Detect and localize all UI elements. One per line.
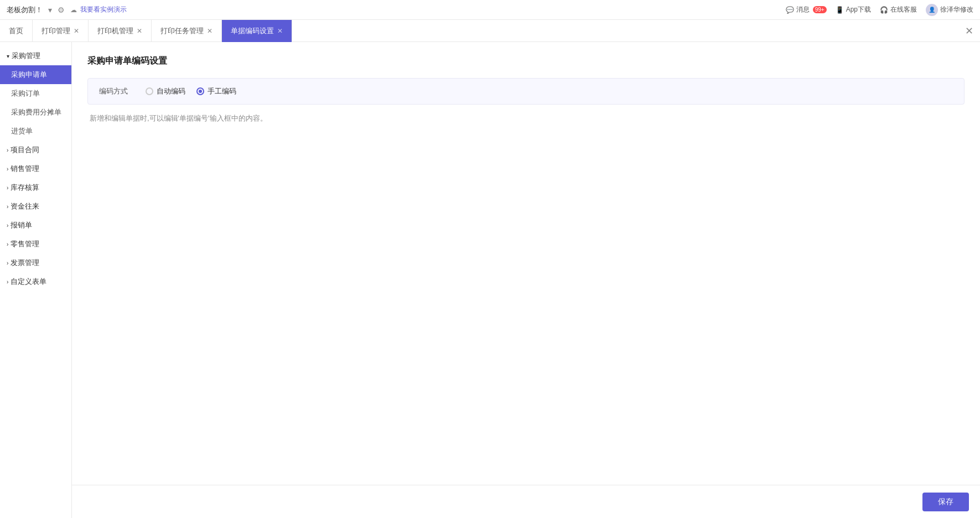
sidebar-group-label-invoice-mgmt: 发票管理 [11, 258, 39, 268]
radio-label-manual: 手工编码 [208, 86, 236, 96]
tab-print-mgmt-close[interactable]: ✕ [74, 27, 79, 35]
sidebar-item-purchase-order[interactable]: 采购订单 [0, 84, 71, 103]
sidebar-group-label-funds: 资金往来 [11, 201, 39, 211]
page-title: 采购申请单编码设置 [87, 55, 965, 67]
sidebar-item-label-purchase-expense: 采购费用分摊单 [11, 107, 61, 117]
sidebar-group-label-retail-mgmt: 零售管理 [11, 239, 39, 249]
arrow-right-icon-retail: › [7, 241, 8, 247]
hint-text: 新增和编辑单据时,可以编辑'单据编号'输入框中的内容。 [87, 113, 965, 123]
arrow-right-icon-invoice: › [7, 260, 8, 266]
sidebar-item-label-purchase-order: 采购订单 [11, 89, 40, 99]
sidebar-group-header-purchase-mgmt[interactable]: ▾ 采购管理 [0, 46, 71, 65]
sidebar: ▾ 采购管理 采购申请单 采购订单 采购费用分摊单 进货单 › 项目合同 [0, 42, 72, 518]
sidebar-item-purchase-request[interactable]: 采购申请单 [0, 65, 71, 84]
sidebar-item-label-stock-in: 进货单 [11, 126, 33, 136]
tab-print-task-mgmt-label: 打印任务管理 [160, 26, 204, 36]
sidebar-group-invoice-mgmt: › 发票管理 [0, 253, 71, 272]
sidebar-group-custom-forms: › 自定义表单 [0, 272, 71, 291]
app-download-item[interactable]: 📱 App下载 [836, 5, 871, 14]
message-item[interactable]: 💬 消息 99+ [786, 5, 827, 14]
phone-icon: 📱 [836, 6, 844, 14]
radio-circle-manual [196, 87, 204, 95]
gear-icon[interactable]: ⚙ [58, 6, 65, 14]
user-item[interactable]: 👤 徐泽华修改 [926, 4, 973, 16]
tab-print-task-mgmt[interactable]: 打印任务管理 ✕ [152, 20, 222, 42]
sidebar-group-label-project-contract: 项目合同 [11, 145, 39, 155]
tab-home-label: 首页 [9, 26, 23, 36]
tab-bar-close-all[interactable]: ✕ [958, 20, 980, 42]
encoding-section: 编码方式 自动编码 手工编码 [87, 78, 965, 105]
app-title: 老板勿割！ [7, 5, 43, 15]
message-label: 消息 [796, 5, 810, 14]
sidebar-group-label-purchase-mgmt: 采购管理 [12, 51, 40, 61]
app-download-label: App下载 [846, 5, 871, 14]
arrow-right-icon-funds: › [7, 204, 8, 210]
sidebar-group-header-sales-mgmt[interactable]: › 销售管理 [0, 159, 71, 178]
dropdown-icon[interactable]: ▾ [48, 6, 52, 14]
sidebar-item-label-purchase-request: 采购申请单 [11, 70, 47, 80]
tab-print-task-mgmt-close[interactable]: ✕ [207, 27, 212, 35]
message-badge: 99+ [813, 6, 827, 13]
arrow-right-icon-inventory: › [7, 185, 8, 191]
content-footer: 保存 [72, 485, 980, 518]
sidebar-group-project-contract: › 项目合同 [0, 141, 71, 159]
top-bar-right: 💬 消息 99+ 📱 App下载 🎧 在线客服 👤 徐泽华修改 [786, 4, 973, 16]
sidebar-group-header-funds[interactable]: › 资金往来 [0, 197, 71, 216]
demo-section: ☁ 我要看实例演示 [70, 5, 127, 14]
sidebar-group-header-returns[interactable]: › 报销单 [0, 216, 71, 235]
headset-icon: 🎧 [880, 6, 888, 14]
sidebar-group-inventory: › 库存核算 [0, 178, 71, 197]
tab-print-mgmt[interactable]: 打印管理 ✕ [33, 20, 89, 42]
tab-print-mgmt-label: 打印管理 [42, 26, 70, 36]
radio-auto-encoding[interactable]: 自动编码 [146, 86, 185, 96]
arrow-right-icon-returns: › [7, 222, 8, 229]
tab-printer-mgmt-close[interactable]: ✕ [137, 27, 142, 35]
sidebar-group-retail-mgmt: › 零售管理 [0, 235, 71, 253]
tab-single-code-settings[interactable]: 单据编码设置 ✕ [222, 20, 292, 42]
radio-manual-encoding[interactable]: 手工编码 [196, 86, 236, 96]
online-service-item[interactable]: 🎧 在线客服 [880, 5, 917, 14]
tab-printer-mgmt-label: 打印机管理 [97, 26, 133, 36]
encoding-label: 编码方式 [99, 86, 128, 96]
tab-home[interactable]: 首页 [0, 20, 33, 42]
message-icon: 💬 [786, 6, 794, 14]
radio-circle-auto [146, 87, 153, 95]
sidebar-group-header-retail-mgmt[interactable]: › 零售管理 [0, 235, 71, 253]
sidebar-group-header-invoice-mgmt[interactable]: › 发票管理 [0, 253, 71, 272]
sidebar-group-purchase-mgmt: ▾ 采购管理 采购申请单 采购订单 采购费用分摊单 进货单 [0, 46, 71, 141]
sidebar-group-label-sales-mgmt: 销售管理 [11, 164, 39, 174]
sidebar-group-label-returns: 报销单 [11, 220, 32, 230]
sidebar-group-label-inventory: 库存核算 [11, 183, 39, 193]
radio-label-auto: 自动编码 [157, 86, 185, 96]
user-avatar: 👤 [926, 4, 938, 16]
sidebar-item-purchase-expense[interactable]: 采购费用分摊单 [0, 103, 71, 122]
demo-text[interactable]: 我要看实例演示 [80, 5, 127, 14]
user-name: 徐泽华修改 [940, 5, 973, 14]
main-layout: ▾ 采购管理 采购申请单 采购订单 采购费用分摊单 进货单 › 项目合同 [0, 42, 980, 518]
arrow-right-icon-custom: › [7, 279, 8, 285]
arrow-right-icon-sales: › [7, 166, 8, 172]
sidebar-group-funds: › 资金往来 [0, 197, 71, 216]
online-service-label: 在线客服 [890, 5, 917, 14]
content-area: 采购申请单编码设置 编码方式 自动编码 手工编码 新增和编辑单据时,可以编辑'单… [72, 42, 980, 518]
save-button[interactable]: 保存 [922, 493, 969, 511]
tab-single-code-settings-label: 单据编码设置 [231, 26, 274, 36]
cloud-icon: ☁ [70, 6, 77, 14]
tab-bar: 首页 打印管理 ✕ 打印机管理 ✕ 打印任务管理 ✕ 单据编码设置 ✕ ✕ [0, 20, 980, 42]
sidebar-group-returns: › 报销单 [0, 216, 71, 235]
arrow-down-icon: ▾ [7, 53, 9, 59]
sidebar-item-stock-in[interactable]: 进货单 [0, 122, 71, 141]
sidebar-group-sales-mgmt: › 销售管理 [0, 159, 71, 178]
top-bar-left: 老板勿割！ ▾ ⚙ ☁ 我要看实例演示 [7, 5, 127, 15]
sidebar-group-label-custom-forms: 自定义表单 [11, 277, 46, 287]
sidebar-group-header-project-contract[interactable]: › 项目合同 [0, 141, 71, 159]
top-bar: 老板勿割！ ▾ ⚙ ☁ 我要看实例演示 💬 消息 99+ 📱 App下载 🎧 在… [0, 0, 980, 20]
tab-printer-mgmt[interactable]: 打印机管理 ✕ [89, 20, 152, 42]
radio-group: 自动编码 手工编码 [146, 86, 236, 96]
sidebar-group-header-inventory[interactable]: › 库存核算 [0, 178, 71, 197]
tab-single-code-settings-close[interactable]: ✕ [277, 27, 283, 35]
content-main: 采购申请单编码设置 编码方式 自动编码 手工编码 新增和编辑单据时,可以编辑'单… [72, 42, 980, 485]
arrow-right-icon-project: › [7, 147, 8, 153]
sidebar-group-header-custom-forms[interactable]: › 自定义表单 [0, 272, 71, 291]
